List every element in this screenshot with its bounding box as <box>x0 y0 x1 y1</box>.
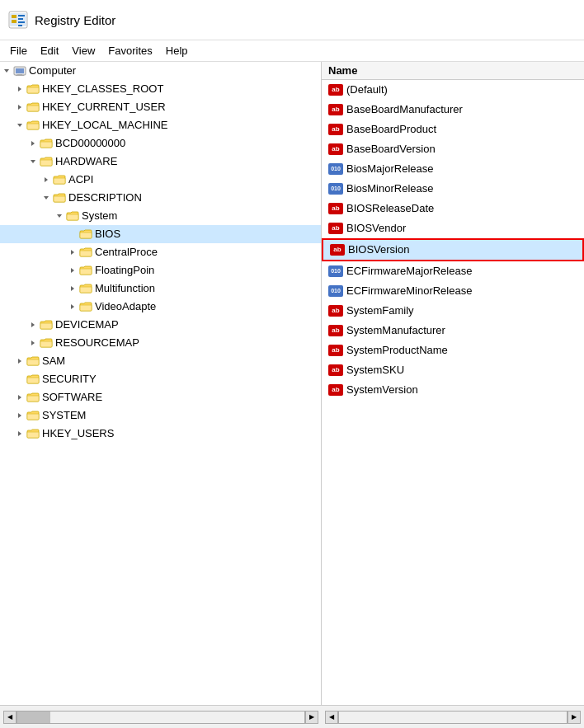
toggle-videoadapter[interactable] <box>66 300 79 313</box>
title-bar: Registry Editor <box>0 0 584 40</box>
folder-icon-classes_root <box>26 82 42 96</box>
toggle-hardware[interactable] <box>26 155 40 168</box>
value-row-ecfwminor[interactable]: 010ECFirmwareMinorRelease <box>322 281 584 301</box>
value-row-biosvendor[interactable]: abBIOSVendor <box>322 218 584 238</box>
toggle-sam[interactable] <box>13 355 26 368</box>
scroll-left-arrow-2[interactable]: ◀ <box>325 711 338 724</box>
toggle-devicemap[interactable] <box>26 318 40 331</box>
value-row-biosversion[interactable]: abBIOSVersion <box>322 238 584 261</box>
toggle-resourcemap[interactable] <box>26 336 40 350</box>
value-row-systemfamily[interactable]: abSystemFamily <box>322 301 584 321</box>
tree-node-system2[interactable]: SYSTEM <box>0 406 321 425</box>
toggle-description[interactable] <box>40 191 53 204</box>
tree-node-devicemap[interactable]: DEVICEMAP <box>0 316 321 334</box>
toggle-bcd[interactable] <box>26 137 40 150</box>
node-label-current_user: HKEY_CURRENT_USER <box>42 99 166 115</box>
value-row-systemsku[interactable]: abSystemSKU <box>322 360 584 380</box>
toggle-system[interactable] <box>53 209 66 223</box>
svg-marker-22 <box>71 268 74 273</box>
toggle-hkey_users[interactable] <box>13 427 26 440</box>
node-label-resourcemap: RESOURCEMAP <box>55 335 139 351</box>
svg-marker-19 <box>44 196 49 200</box>
value-icon-systemversion: ab <box>328 384 343 396</box>
value-name-systemproduct: SystemProductName <box>346 342 448 359</box>
tree-node-hardware[interactable]: HARDWARE <box>0 153 321 171</box>
values-header: Name <box>322 62 584 80</box>
svg-rect-2 <box>12 20 16 23</box>
tree-node-sam[interactable]: SAM <box>0 352 321 370</box>
tree-node-videoadapter[interactable]: VideoAdapte <box>0 298 321 316</box>
menu-item-favorites[interactable]: Favorites <box>101 43 158 59</box>
value-row-baseboardmfr[interactable]: abBaseBoardManufacturer <box>322 100 584 120</box>
scroll-left-arrow[interactable]: ◀ <box>3 711 16 724</box>
value-row-ecfwmajor[interactable]: 010ECFirmwareMajorRelease <box>322 261 584 281</box>
scroll-right-arrow-2[interactable]: ▶ <box>568 711 581 724</box>
value-row-biosminor[interactable]: 010BiosMinorRelease <box>322 179 584 199</box>
value-name-ecfwmajor: ECFirmwareMajorRelease <box>346 263 472 279</box>
values-panel: Name ab(Default)abBaseBoardManufacturera… <box>322 62 584 705</box>
svg-rect-5 <box>18 21 25 23</box>
tree-node-description[interactable]: DESCRIPTION <box>0 189 321 207</box>
value-row-default[interactable]: ab(Default) <box>322 80 584 100</box>
toggle-local_machine[interactable] <box>13 119 26 132</box>
value-name-ecfwminor: ECFirmwareMinorRelease <box>346 283 472 299</box>
svg-marker-13 <box>18 87 21 92</box>
value-name-systemmfr: SystemManufacturer <box>346 322 445 339</box>
tree-node-classes_root[interactable]: HKEY_CLASSES_ROOT <box>0 80 321 98</box>
value-icon-biosminor: 010 <box>328 183 343 195</box>
registry-editor-icon <box>8 10 28 30</box>
tree-content[interactable]: Computer HKEY_CLASSES_ROOT HKEY_CURRENT_… <box>0 62 321 705</box>
tree-node-floatingpoint[interactable]: FloatingPoin <box>0 261 321 279</box>
svg-rect-10 <box>16 68 24 73</box>
svg-marker-23 <box>71 286 74 291</box>
toggle-classes_root[interactable] <box>13 82 26 96</box>
tree-node-hkey_users[interactable]: HKEY_USERS <box>0 425 321 443</box>
svg-marker-24 <box>71 304 74 309</box>
tree-node-current_user[interactable]: HKEY_CURRENT_USER <box>0 98 321 116</box>
menu-item-file[interactable]: File <box>3 43 34 59</box>
value-row-baseboardproduct[interactable]: abBaseBoardProduct <box>322 120 584 139</box>
toggle-acpi[interactable] <box>40 173 53 186</box>
scroll-right-arrow[interactable]: ▶ <box>305 711 318 724</box>
toggle-software[interactable] <box>13 391 26 404</box>
menu-bar: FileEditViewFavoritesHelp <box>0 40 584 62</box>
value-row-systemmfr[interactable]: abSystemManufacturer <box>322 321 584 341</box>
node-label-security: SECURITY <box>42 371 97 387</box>
tree-node-software[interactable]: SOFTWARE <box>0 388 321 406</box>
tree-node-acpi[interactable]: ACPI <box>0 171 321 189</box>
value-row-biosmajor[interactable]: 010BiosMajorRelease <box>322 159 584 179</box>
toggle-floatingpoint[interactable] <box>66 264 79 277</box>
value-row-biosreleasedate[interactable]: abBIOSReleaseDate <box>322 199 584 218</box>
folder-icon-hardware <box>40 155 55 168</box>
menu-item-view[interactable]: View <box>65 43 101 59</box>
node-label-acpi: ACPI <box>68 171 93 188</box>
tree-node-local_machine[interactable]: HKEY_LOCAL_MACHINE <box>0 116 321 134</box>
value-icon-systemmfr: ab <box>328 325 343 336</box>
value-row-systemproduct[interactable]: abSystemProductName <box>322 341 584 360</box>
bottom-scrollbar: ◀ ▶ ◀ ▶ <box>0 705 584 728</box>
toggle-computer[interactable] <box>0 64 13 77</box>
tree-node-resourcemap[interactable]: RESOURCEMAP <box>0 334 321 352</box>
tree-node-security[interactable]: SECURITY <box>0 370 321 388</box>
value-row-baseboardversion[interactable]: abBaseBoardVersion <box>322 139 584 159</box>
toggle-system2[interactable] <box>13 409 26 422</box>
toggle-multifunction[interactable] <box>66 282 79 295</box>
value-icon-systemproduct: ab <box>328 345 343 356</box>
tree-node-system[interactable]: System <box>0 207 321 225</box>
node-label-floatingpoint: FloatingPoin <box>95 262 154 279</box>
tree-node-bios[interactable]: BIOS <box>0 225 321 243</box>
tree-node-bcd[interactable]: BCD00000000 <box>0 134 321 153</box>
toggle-current_user[interactable] <box>13 101 26 114</box>
tree-node-computer[interactable]: Computer <box>0 62 321 80</box>
tree-panel: Computer HKEY_CLASSES_ROOT HKEY_CURRENT_… <box>0 62 322 705</box>
tree-node-centralproce[interactable]: CentralProce <box>0 243 321 261</box>
tree-node-multifunction[interactable]: Multifunction <box>0 279 321 298</box>
folder-icon-centralproce <box>79 246 95 259</box>
value-row-systemversion[interactable]: abSystemVersion <box>322 380 584 400</box>
values-list[interactable]: ab(Default)abBaseBoardManufacturerabBase… <box>322 80 584 705</box>
node-label-description: DESCRIPTION <box>68 190 142 206</box>
menu-item-edit[interactable]: Edit <box>34 43 65 59</box>
toggle-centralproce[interactable] <box>66 246 79 259</box>
menu-item-help[interactable]: Help <box>159 43 195 59</box>
svg-rect-3 <box>18 15 25 16</box>
